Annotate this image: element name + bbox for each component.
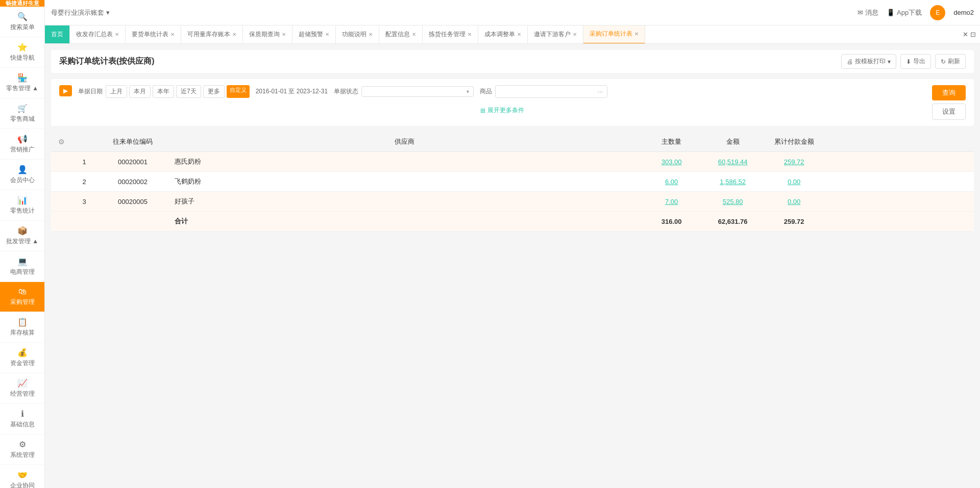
sidebar-label-retail-shop: 零售商城 <box>10 115 35 123</box>
sidebar-icon-retail-shop: 🛒 <box>17 104 28 113</box>
sidebar-item-search[interactable]: 🔍 搜索菜单 <box>0 7 44 37</box>
maximize-tab-icon[interactable]: ⊡ <box>970 31 976 38</box>
print-button[interactable]: 🖨 按模板打印 ▾ <box>841 54 896 69</box>
tab-close-cost-adjust[interactable]: ✕ <box>517 32 521 37</box>
settings-button[interactable]: 设置 <box>932 104 966 120</box>
sidebar-label-member: 会员中心 <box>10 176 35 185</box>
tab-close-receive-summary[interactable]: ✕ <box>115 32 119 37</box>
sidebar-item-system[interactable]: ⚙ 系统管理 <box>0 434 44 465</box>
sidebar-item-retail-stats[interactable]: 📊 零售统计 <box>0 190 44 221</box>
tab-close-config-info[interactable]: ✕ <box>412 32 416 37</box>
tab-pick-task[interactable]: 拣货任务管理✕ <box>423 25 478 44</box>
filter-toggle-area: ▶ <box>59 85 72 96</box>
sidebar-item-ecommerce[interactable]: 💻 电商管理 <box>0 251 44 282</box>
tab-close-warranty-query[interactable]: ✕ <box>282 32 286 37</box>
sidebar-item-retail-shop[interactable]: 🛒 零售商城 <box>0 98 44 129</box>
tab-warranty-query[interactable]: 保质期查询✕ <box>243 25 292 44</box>
sidebar-item-member[interactable]: 👤 会员中心 <box>0 160 44 190</box>
column-settings-icon[interactable]: ⚙ <box>58 138 65 146</box>
filter-row-1: 单据日期 上月 本月 本年 近7天 更多 自定义 2016-01-0 <box>78 85 926 98</box>
sidebar-item-inventory[interactable]: 📋 库存核算 <box>0 312 44 343</box>
tab-order-stats[interactable]: 要货单统计表✕ <box>126 25 181 44</box>
tab-close-invite-downstream[interactable]: ✕ <box>573 32 577 37</box>
close-tab-icon[interactable]: ✕ <box>963 31 968 38</box>
page-header: 采购订单统计表(按供应商) 🖨 按模板打印 ▾ ⬇ 导出 ↻ 刷新 <box>51 50 974 73</box>
date-more-button[interactable]: 更多 <box>203 85 225 98</box>
sidebar-icon-marketing: 📢 <box>17 134 28 144</box>
cell-extra-1 <box>825 172 974 192</box>
sidebar-item-retail-mgmt[interactable]: 🏪 零售管理 ▲ <box>0 68 44 98</box>
tab-receive-summary[interactable]: 收发存汇总表✕ <box>70 25 126 44</box>
main-area: 母婴行业演示账套 ▾ ✉ 消息 📱 App下载 E demo2 首页收发存汇总表… <box>45 0 980 488</box>
workspace-selector[interactable]: 母婴行业演示账套 ▾ <box>51 8 110 17</box>
tab-overstock-alert[interactable]: 超储预警✕ <box>292 25 336 44</box>
sidebar-icon-operations: 📈 <box>17 378 28 388</box>
date-this-year-button[interactable]: 本年 <box>153 85 174 98</box>
cell-code-0: 00020001 <box>97 152 168 172</box>
tab-close-available-inventory[interactable]: ✕ <box>232 32 236 37</box>
tab-invite-downstream[interactable]: 邀请下游客户✕ <box>528 25 583 44</box>
app-download-button[interactable]: 📱 App下载 <box>887 8 922 17</box>
tab-func-desc[interactable]: 功能说明✕ <box>336 25 379 44</box>
status-select[interactable]: ▾ <box>361 86 474 97</box>
username[interactable]: demo2 <box>953 9 974 16</box>
goods-input[interactable]: ··· <box>495 85 607 98</box>
cell-no-2: 3 <box>71 192 97 212</box>
query-button[interactable]: 查询 <box>932 85 966 100</box>
tab-close-order-stats[interactable]: ✕ <box>170 32 175 37</box>
tab-cost-adjust[interactable]: 成本调整单✕ <box>478 25 528 44</box>
tab-config-info[interactable]: 配置信息✕ <box>379 25 423 44</box>
cell-qty-2: 7.00 <box>641 192 702 212</box>
app-logo: 畅捷通好生意 <box>0 0 44 7</box>
date-this-month-button[interactable]: 本月 <box>129 85 151 98</box>
table-row[interactable]: 2 00020002 飞鹤奶粉 6.00 1,586.52 0.00 <box>51 172 974 192</box>
col-header-supplier: 供应商 <box>168 132 641 152</box>
tab-label-overstock-alert: 超储预警 <box>299 30 323 39</box>
tab-label-available-inventory: 可用量库存账本 <box>187 30 230 39</box>
tab-close-purchase-stats[interactable]: ✕ <box>634 31 639 37</box>
print-icon: 🖨 <box>847 58 853 65</box>
sidebar-item-basic-info[interactable]: ℹ 基础信息 <box>0 404 44 434</box>
print-label: 按模板打印 <box>855 57 886 66</box>
cell-settings-1 <box>51 172 71 192</box>
tab-home[interactable]: 首页 <box>45 25 70 44</box>
filter-toggle-button[interactable]: ▶ <box>59 85 72 96</box>
sidebar-label-ecommerce: 电商管理 <box>10 268 35 276</box>
refresh-button[interactable]: ↻ 刷新 <box>935 54 966 69</box>
date-range-value: 2016-01-01 至 2023-12-31 <box>256 87 328 96</box>
table-header-row: ⚙ 往来单位编码 供应商 主数量 金额 累计付款金额 <box>51 132 974 152</box>
tab-available-inventory[interactable]: 可用量库存账本✕ <box>181 25 243 44</box>
tab-purchase-stats[interactable]: 采购订单统计表✕ <box>583 25 645 44</box>
tab-close-overstock-alert[interactable]: ✕ <box>325 32 329 37</box>
tab-close-pick-task[interactable]: ✕ <box>468 32 472 37</box>
sidebar-icon-system: ⚙ <box>19 440 26 449</box>
date-last-month-button[interactable]: 上月 <box>106 85 127 98</box>
tab-close-func-desc[interactable]: ✕ <box>369 32 373 37</box>
avatar[interactable]: E <box>930 5 945 20</box>
sidebar-item-enterprise[interactable]: 🤝 企业协同 <box>0 465 44 488</box>
col-header-no <box>71 132 97 152</box>
export-button[interactable]: ⬇ 导出 <box>900 54 931 69</box>
sidebar-item-wholesale[interactable]: 📦 批发管理 ▲ <box>0 221 44 251</box>
table-header: ⚙ 往来单位编码 供应商 主数量 金额 累计付款金额 <box>51 132 974 152</box>
cell-extra-2 <box>825 192 974 212</box>
expand-filters-button[interactable]: ⊞ 展开更多条件 <box>480 106 524 115</box>
sidebar-icon-search: 🔍 <box>17 12 28 21</box>
sidebar-label-finance: 资金管理 <box>10 359 35 368</box>
filter-section: ▶ 单据日期 上月 本月 本年 近7天 更多 <box>51 79 974 126</box>
sidebar-item-purchase[interactable]: 🛍 采购管理 <box>0 282 44 312</box>
table-row[interactable]: 1 00020001 惠氏奶粉 303.00 60,519.44 259.72 <box>51 152 974 172</box>
sidebar-item-quick-nav[interactable]: ⭐ 快捷导航 <box>0 37 44 68</box>
date-7days-button[interactable]: 近7天 <box>176 85 201 98</box>
sidebar-item-operations[interactable]: 📈 经营管理 <box>0 373 44 404</box>
sidebar-label-system: 系统管理 <box>10 451 35 459</box>
col-header-amount: 金额 <box>702 132 764 152</box>
message-button[interactable]: ✉ 消息 <box>857 8 878 17</box>
export-icon: ⬇ <box>906 58 911 65</box>
sidebar-icon-quick-nav: ⭐ <box>17 42 28 52</box>
sidebar-item-finance[interactable]: 💰 资金管理 <box>0 343 44 373</box>
table-row[interactable]: 3 00020005 好孩子 7.00 525.80 0.00 <box>51 192 974 212</box>
goods-input-more-icon[interactable]: ··· <box>597 88 603 95</box>
sidebar-item-marketing[interactable]: 📢 营销推广 <box>0 129 44 160</box>
footer-code <box>97 212 168 232</box>
